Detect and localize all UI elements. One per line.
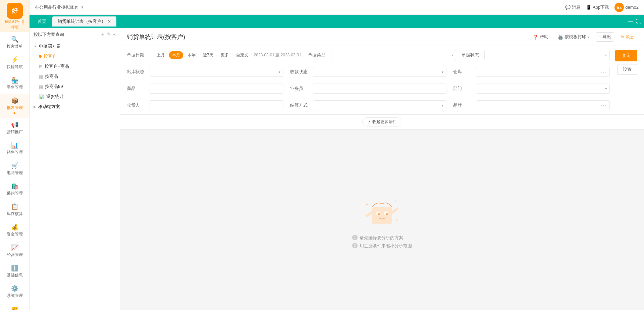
inventory-icon: 📋 bbox=[11, 203, 18, 210]
scheme-return-stats[interactable]: 📊 退货统计 bbox=[30, 92, 120, 102]
sidebar-item-label: 零售管理 bbox=[7, 85, 23, 90]
collapse-panel-btn[interactable]: « bbox=[113, 32, 116, 38]
payment-status-label: 收款状态 bbox=[290, 69, 310, 75]
date-btn-7days[interactable]: 近7天 bbox=[200, 51, 216, 59]
scheme-icon: ⊞ bbox=[39, 64, 43, 69]
date-btn-this-month[interactable]: 本月 bbox=[169, 51, 183, 59]
settlement-label: 结算方式 bbox=[290, 102, 310, 108]
hint-text-2: 用过滤条件来缩小分析范围 bbox=[360, 243, 412, 249]
date-btn-custom[interactable]: 自定义 bbox=[233, 51, 251, 59]
tab-bar: 首页 销货单统计表（按客户） ✕ — ⛶ bbox=[30, 15, 644, 28]
user-initials: Ea bbox=[617, 5, 622, 9]
print-icon: 🖨️ bbox=[558, 35, 563, 40]
sidebar-item-inventory[interactable]: 📋 库存核算 bbox=[0, 200, 29, 220]
svg-text:✦: ✦ bbox=[395, 218, 398, 221]
payment-status-select[interactable]: ▾ bbox=[313, 67, 447, 77]
sidebar-item-sales[interactable]: 📊 销售管理 bbox=[0, 138, 29, 159]
department-select[interactable]: ▾ bbox=[476, 84, 610, 94]
order-status-arrow: ▾ bbox=[605, 53, 607, 57]
tab-home-label: 首页 bbox=[38, 18, 46, 24]
help-btn[interactable]: ❓ 帮助 bbox=[530, 33, 551, 41]
tree-section-label: 电脑端方案 bbox=[39, 43, 61, 49]
scheme-by-customer[interactable]: 按客户 bbox=[30, 51, 120, 61]
edit-scheme-btn[interactable]: ✎ bbox=[107, 32, 111, 38]
user-info[interactable]: Ea demo2 bbox=[614, 3, 639, 12]
department-arrow: ▾ bbox=[605, 87, 607, 91]
goods-select[interactable]: ··· bbox=[150, 84, 283, 94]
sidebar-item-ecommerce[interactable]: 🛒 电商管理 bbox=[0, 159, 29, 179]
date-btn-this-year[interactable]: 本年 bbox=[184, 51, 199, 59]
receiver-select[interactable]: ··· bbox=[150, 100, 283, 110]
sidebar-item-purchase[interactable]: 🛍️ 采购管理 bbox=[0, 179, 29, 200]
warehouse-select[interactable]: ··· bbox=[476, 67, 610, 77]
order-status-label: 单据状态 bbox=[462, 52, 482, 58]
help-icon: ❓ bbox=[533, 35, 538, 40]
header-dropdown-icon[interactable]: ▾ bbox=[81, 5, 84, 10]
order-type-select[interactable]: ▾ bbox=[331, 50, 456, 60]
scheme-icon: 📊 bbox=[39, 94, 44, 99]
date-btn-more[interactable]: 更多 bbox=[218, 51, 232, 59]
sidebar-item-collab[interactable]: 🤝 企业协同 bbox=[0, 302, 29, 310]
add-scheme-btn[interactable]: ＋ bbox=[100, 32, 105, 38]
header-title: 办公用品行业模拟账套 bbox=[35, 4, 78, 10]
scheme-label: 退货统计 bbox=[46, 94, 64, 100]
collapse-button[interactable]: ∧ 收起更多条件 bbox=[362, 117, 402, 126]
sidebar-item-label: 采购管理 bbox=[7, 191, 23, 196]
sidebar-item-retail[interactable]: 🏪 零售管理 bbox=[0, 73, 29, 94]
sidebar-item-basic[interactable]: ℹ️ 基础信息 bbox=[0, 261, 29, 281]
refresh-btn[interactable]: ↻ 刷新 bbox=[618, 33, 637, 41]
left-panel: 按以下方案查询 ＋ ✎ « ▼ 电脑端方案 按客户 ⊞ 按客户+商品 bbox=[30, 28, 120, 310]
empty-hint-1: 1 请先选择要分析的方案 bbox=[352, 235, 412, 241]
settlement-select[interactable]: ▾ bbox=[313, 100, 447, 110]
setting-button[interactable]: 设置 bbox=[617, 64, 637, 75]
collab-icon: 🤝 bbox=[11, 305, 18, 310]
finance-icon: 💰 bbox=[11, 223, 18, 231]
tab-minimize-icon[interactable]: — bbox=[628, 18, 633, 24]
sidebar-item-search[interactable]: 🔍 搜索菜单 bbox=[0, 32, 29, 53]
print-btn[interactable]: 🖨️ 按模板打印 ▾ bbox=[555, 33, 592, 41]
date-btn-last-month[interactable]: 上月 bbox=[154, 51, 168, 59]
sidebar-item-management[interactable]: 📈 经营管理 bbox=[0, 241, 29, 261]
print-label: 按模板打印 bbox=[565, 34, 586, 40]
scheme-by-goods[interactable]: ▦ 按商品 bbox=[30, 71, 120, 82]
out-status-label: 出库状态 bbox=[127, 69, 147, 75]
salesman-select[interactable]: ··· bbox=[313, 84, 447, 94]
query-button[interactable]: 查询 bbox=[615, 50, 637, 61]
sales-icon: 📊 bbox=[11, 142, 18, 149]
sidebar-item-quicknav[interactable]: ⚡ 快捷导航 bbox=[0, 53, 29, 73]
tree-section-mobile[interactable]: ▶ 移动端方案 bbox=[30, 102, 120, 112]
sidebar-item-wholesale[interactable]: 📦 批发管理 ▲ bbox=[0, 94, 29, 118]
message-btn[interactable]: 💬 消息 bbox=[565, 4, 581, 10]
scheme-icon: ▦ bbox=[39, 84, 43, 89]
order-status-select[interactable]: ▾ bbox=[484, 50, 610, 60]
sidebar-item-system[interactable]: ⚙️ 系统管理 bbox=[0, 281, 29, 302]
tab-maximize-icon[interactable]: ⛶ bbox=[636, 18, 641, 24]
sidebar-item-marketing[interactable]: 📢 营销推广 bbox=[0, 118, 29, 138]
message-icon: 💬 bbox=[565, 5, 571, 10]
receiver-dots: ··· bbox=[274, 103, 280, 108]
goods-dots: ··· bbox=[274, 86, 280, 91]
app-download-btn[interactable]: 📱 App下载 bbox=[586, 4, 609, 10]
sidebar-item-finance[interactable]: 💰 资金管理 bbox=[0, 220, 29, 241]
tab-home[interactable]: 首页 bbox=[32, 16, 52, 27]
tab-sales-stats[interactable]: 销货单统计表（按客户） ✕ bbox=[52, 16, 116, 27]
scheme-by-goods99[interactable]: ▦ 按商品99 bbox=[30, 82, 120, 92]
tab-close-icon[interactable]: ✕ bbox=[108, 19, 111, 24]
export-btn[interactable]: ↑ 导出 bbox=[596, 32, 614, 42]
export-label: 导出 bbox=[602, 34, 611, 40]
filter-area: 单据日期 上月 本月 本年 近7天 更多 自定义 2023-03-01 至 20… bbox=[120, 46, 644, 115]
collapse-up-icon: ∧ bbox=[368, 120, 371, 124]
collapse-bar: ∧ 收起更多条件 bbox=[120, 115, 644, 130]
date-label: 单据日期 bbox=[127, 52, 147, 58]
user-name: demo2 bbox=[625, 5, 639, 10]
purchase-icon: 🛍️ bbox=[11, 183, 18, 190]
tree-section-desktop[interactable]: ▼ 电脑端方案 bbox=[30, 41, 120, 51]
logo-subtext: 标版 bbox=[11, 25, 18, 30]
wholesale-icon: 📦 bbox=[11, 97, 18, 104]
wholesale-expand-icon: ▲ bbox=[13, 111, 16, 114]
out-status-select[interactable]: ▾ bbox=[150, 67, 283, 77]
scheme-by-customer-goods[interactable]: ⊞ 按客户+商品 bbox=[30, 61, 120, 71]
salesman-label: 业务员 bbox=[290, 86, 310, 92]
warehouse-label: 仓库 bbox=[453, 69, 473, 75]
brand-select[interactable]: ··· bbox=[476, 100, 610, 110]
